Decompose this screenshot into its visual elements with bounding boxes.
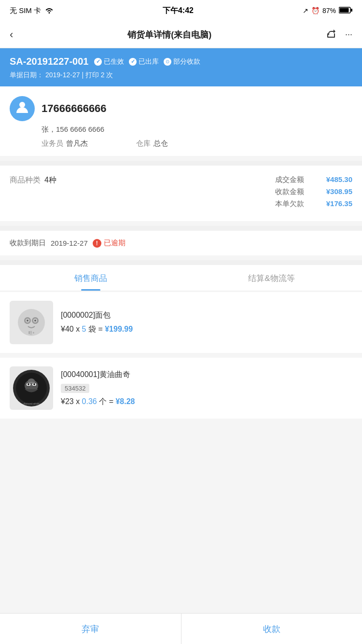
customer-section: 17666666666 张，156 6666 6666 业务员 曾凡杰 仓库 总… (0, 86, 362, 156)
due-date: 2019-12-27 (51, 239, 88, 247)
svg-rect-4 (334, 33, 335, 37)
stats-section: 商品种类 4种 成交金额 ¥485.30 收款金额 ¥308.95 本单欠款 ¥… (0, 166, 362, 221)
wifi-icon (45, 7, 54, 15)
status-badges: ✓ 已生效 ✓ 已出库 ⊙ 部分收款 (94, 57, 200, 66)
product-info-1: [0000002]面包 ¥40 x 5 袋 = ¥199.99 (61, 310, 352, 335)
bottom-toolbar: 弃审 收款 (0, 613, 362, 644)
nav-right: ··· (326, 28, 352, 41)
owed-label: 本单欠款 (275, 199, 304, 209)
customer-details: 业务员 曾凡杰 仓库 总仓 (10, 139, 352, 148)
cancel-button[interactable]: 弃审 (0, 614, 181, 644)
order-header: SA-20191227-001 ✓ 已生效 ✓ 已出库 ⊙ 部分收款 单据日期：… (0, 48, 362, 86)
tab-products[interactable]: 销售商品 (0, 265, 181, 291)
product-list: 旺+ [0000002]面包 ¥40 x 5 袋 = ¥199.99 (0, 292, 362, 419)
amount-label: 成交金额 (275, 175, 304, 184)
page-title: 销货单详情(来自电脑) (127, 29, 211, 41)
order-id: SA-20191227-001 (10, 56, 88, 67)
svg-point-21 (28, 383, 29, 385)
svg-point-13 (34, 320, 36, 322)
amount-value: ¥485.30 (314, 175, 352, 184)
location-icon: ↗ (303, 7, 308, 14)
sales-label: 业务员 (42, 139, 63, 148)
svg-rect-3 (327, 33, 328, 37)
types-value: 4种 (44, 175, 56, 185)
overdue-icon: ! (93, 239, 101, 248)
types-label: 商品种类 (10, 175, 41, 185)
due-label: 收款到期日 (10, 238, 46, 248)
warehouse-label: 仓库 (136, 139, 151, 148)
svg-rect-5 (327, 37, 335, 38)
due-section: 收款到期日 2019-12-27 ! 已逾期 (0, 231, 362, 255)
product-image-2: diamond whale (10, 366, 53, 410)
owed-value: ¥176.35 (314, 199, 352, 209)
product-price-1: ¥40 x 5 袋 = ¥199.99 (61, 324, 352, 335)
nav-left: ‹ (10, 28, 13, 41)
svg-point-12 (27, 320, 28, 322)
person-icon (14, 99, 30, 118)
share-button[interactable] (326, 28, 336, 41)
product-name-2: [00040001]黄油曲奇 (61, 370, 352, 380)
alarm-icon: ⏰ (311, 7, 320, 14)
product-item-2: diamond whale [00040001]黄油曲奇 534532 ¥23 … (0, 358, 362, 419)
product-image-1: 旺+ (10, 301, 53, 344)
warehouse-value: 总仓 (153, 139, 168, 148)
svg-rect-1 (339, 8, 348, 12)
carrier-text: 无 SIM 卡 (10, 6, 41, 15)
avatar (10, 96, 35, 121)
svg-text:旺+: 旺+ (28, 331, 35, 335)
badge-partial: ⊙ 部分收款 (164, 57, 200, 66)
order-date: 单据日期： 2019-12-27 | 打印 2 次 (10, 71, 352, 80)
status-bar: 无 SIM 卡 下午4:42 ↗ ⏰ 87% (0, 0, 362, 21)
received-value: ¥308.95 (314, 187, 352, 196)
battery-text: 87% (322, 7, 336, 14)
svg-text:diamond whale: diamond whale (23, 402, 40, 405)
overdue-text: 已逾期 (104, 238, 125, 248)
badge-effective: ✓ 已生效 (94, 57, 124, 66)
status-right: ↗ ⏰ 87% (303, 7, 352, 15)
sales-value: 曾凡杰 (66, 139, 88, 148)
confirm-button[interactable]: 收款 (181, 614, 362, 644)
back-button[interactable]: ‹ (10, 28, 13, 41)
svg-point-6 (19, 102, 25, 108)
product-sku-2: 534532 (61, 384, 89, 393)
svg-point-22 (33, 383, 35, 385)
badge-shipped: ✓ 已出库 (129, 57, 159, 66)
product-info-2: [00040001]黄油曲奇 534532 ¥23 x 0.36 个 = ¥8.… (61, 370, 352, 407)
nav-bar: ‹ 销货单详情(来自电脑) ··· (0, 21, 362, 48)
status-left: 无 SIM 卡 (10, 6, 54, 15)
tab-settlement[interactable]: 结算&物流等 (181, 265, 362, 291)
overdue-badge: ! 已逾期 (93, 238, 125, 248)
more-button[interactable]: ··· (345, 29, 352, 40)
product-price-2: ¥23 x 0.36 个 = ¥8.28 (61, 397, 352, 407)
svg-rect-2 (351, 9, 352, 12)
battery-icon (339, 7, 352, 15)
status-time: 下午4:42 (163, 6, 194, 16)
received-label: 收款金额 (275, 187, 304, 196)
product-name-1: [0000002]面包 (61, 310, 352, 321)
tabs-section: 销售商品 结算&物流等 (0, 265, 362, 291)
customer-name-phone: 张，156 6666 6666 (42, 125, 104, 133)
product-item-1: 旺+ [0000002]面包 ¥40 x 5 袋 = ¥199.99 (0, 292, 362, 353)
customer-phone: 17666666666 (42, 102, 107, 115)
